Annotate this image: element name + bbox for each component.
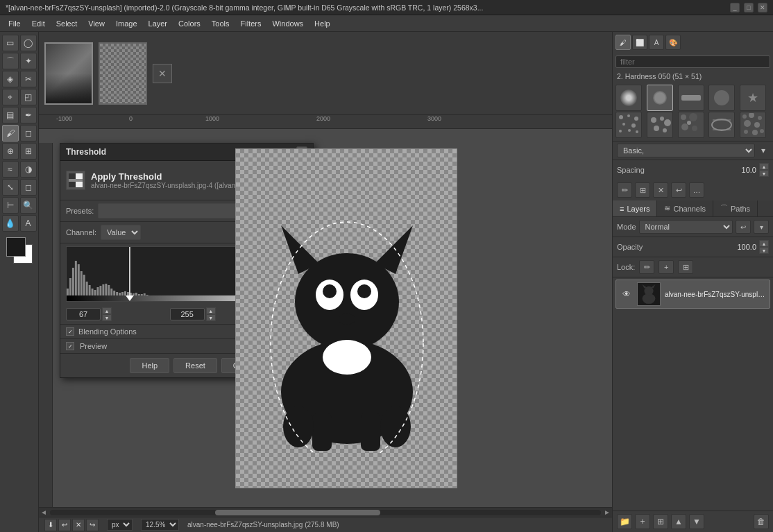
menu-image[interactable]: Image [110, 18, 143, 29]
perspective-tool[interactable]: ◻ [20, 179, 37, 196]
brush-type-icon-1[interactable]: 🖌 [615, 35, 631, 50]
menu-edit[interactable]: Edit [26, 18, 51, 29]
brush-duplicate-button[interactable]: ⊞ [635, 182, 650, 198]
brush-edit-button[interactable]: ✏ [617, 182, 632, 198]
delete-layer-button[interactable]: 🗑 [754, 514, 769, 529]
gradient-tool[interactable]: ▤ [2, 107, 19, 123]
high-value-down[interactable]: ▼ [206, 314, 216, 321]
help-button[interactable]: Help [130, 358, 169, 373]
brush-more-button[interactable]: … [689, 182, 704, 198]
maximize-button[interactable]: □ [744, 3, 754, 12]
opacity-up[interactable]: ▲ [759, 240, 769, 247]
brush-cell-2[interactable] [647, 85, 673, 111]
status-icon-3[interactable]: ✕ [72, 519, 85, 531]
preview-thumb-1[interactable] [44, 42, 93, 105]
brush-cell-6[interactable] [615, 112, 642, 138]
menu-filters[interactable]: Filters [235, 18, 267, 29]
status-icon-2[interactable]: ↩ [58, 519, 71, 531]
pencil-tool[interactable]: ✒ [20, 107, 37, 123]
menu-tools[interactable]: Tools [206, 18, 235, 29]
lasso-tool[interactable]: ⌒ [2, 53, 19, 69]
preview-thumb-2[interactable] [99, 42, 147, 105]
paths-tab[interactable]: ⌒ Paths [713, 200, 758, 216]
blending-checkbox[interactable]: ✓ [66, 327, 74, 336]
channels-tab[interactable]: ≋ Channels [657, 200, 713, 216]
brush-type-icon-3[interactable]: A [649, 35, 664, 50]
lock-alpha-button[interactable]: ⊞ [678, 260, 693, 274]
paths-tool[interactable]: ⌖ [2, 89, 19, 105]
brush-delete-button[interactable]: ✕ [653, 182, 668, 198]
menu-windows[interactable]: Windows [266, 18, 309, 29]
layer-down-button[interactable]: ▼ [689, 514, 704, 529]
eraser-tool[interactable]: ◻ [20, 125, 37, 141]
reset-button[interactable]: Reset [173, 358, 217, 373]
preview-checkbox[interactable]: ✓ [66, 342, 74, 350]
menu-help[interactable]: Help [309, 18, 336, 29]
mode-more-button[interactable]: ▾ [754, 220, 769, 234]
low-value-down[interactable]: ▼ [102, 314, 112, 321]
spacing-up[interactable]: ▲ [759, 163, 769, 170]
lock-position-button[interactable]: + [659, 260, 674, 274]
layer-up-button[interactable]: ▲ [671, 514, 686, 529]
smudge-tool[interactable]: ≈ [2, 161, 19, 178]
close-preview-icon[interactable]: ✕ [153, 64, 172, 83]
transform-tool[interactable]: ⤡ [2, 179, 19, 196]
layer-visibility-toggle[interactable]: 👁 [620, 288, 633, 300]
menu-select[interactable]: Select [51, 18, 83, 29]
brush-cell-3[interactable] [678, 85, 704, 111]
mode-select[interactable]: Normal [639, 220, 733, 234]
spacing-down[interactable]: ▼ [759, 170, 769, 177]
canvas-scroll-area[interactable]: Threshold ✕ [53, 129, 612, 507]
scroll-left-arrow[interactable]: ◄ [40, 508, 47, 516]
brush-cell-1[interactable] [615, 85, 642, 111]
minimize-button[interactable]: _ [730, 3, 740, 12]
zoom-level-select[interactable]: 12.5% [141, 519, 179, 531]
horizontal-scrollbar[interactable]: ◄ ► [39, 507, 612, 517]
brush-type-icon-4[interactable]: 🎨 [665, 35, 681, 50]
low-value-up[interactable]: ▲ [102, 307, 112, 314]
brush-cell-4[interactable] [708, 85, 735, 111]
zoom-unit-select[interactable]: px [107, 519, 133, 531]
brush-cell-8[interactable] [678, 112, 704, 138]
status-icon-1[interactable]: ⬇ [44, 519, 57, 531]
measure-tool[interactable]: ⊢ [2, 197, 19, 214]
low-value-input[interactable]: 67 [66, 308, 101, 320]
preset-select[interactable]: Basic, [617, 144, 755, 157]
image-canvas[interactable] [235, 148, 457, 488]
brush-type-icon-2[interactable]: ⬜ [632, 35, 647, 50]
layers-tab[interactable]: ≡ Layers [613, 200, 657, 216]
high-value-input[interactable]: 255 [170, 308, 205, 320]
fuzzy-select-tool[interactable]: ✦ [20, 53, 37, 69]
scrollbar-track[interactable] [50, 510, 601, 515]
status-icon-4[interactable]: ↪ [86, 519, 99, 531]
new-layer-group-button[interactable]: 📁 [617, 514, 632, 529]
heal-tool[interactable]: ⊕ [2, 143, 19, 160]
brush-cell-9[interactable] [708, 112, 735, 138]
scrollbar-thumb[interactable] [215, 510, 380, 515]
text-tool[interactable]: A [20, 215, 37, 232]
preset-expand-icon[interactable]: ▾ [758, 145, 769, 156]
foreground-color[interactable] [6, 237, 26, 257]
dodge-burn-tool[interactable]: ◑ [20, 161, 37, 178]
new-layer-button[interactable]: + [635, 514, 650, 529]
color-picker-tool[interactable]: 💧 [2, 215, 19, 232]
paintbrush-tool[interactable]: 🖌 [2, 125, 19, 141]
menu-view[interactable]: View [83, 18, 110, 29]
menu-colors[interactable]: Colors [173, 18, 206, 29]
duplicate-layer-button[interactable]: ⊞ [653, 514, 668, 529]
lock-pixels-button[interactable]: ✏ [639, 260, 654, 274]
channel-select[interactable]: Value [101, 225, 141, 240]
brush-refresh-button[interactable]: ↩ [671, 182, 686, 198]
preview-label[interactable]: Preview [80, 342, 107, 350]
brush-cell-5[interactable]: ★ [740, 85, 766, 111]
scroll-right-arrow[interactable]: ► [604, 508, 611, 516]
rect-select-tool[interactable]: ▭ [2, 35, 19, 51]
menu-layer[interactable]: Layer [143, 18, 173, 29]
blending-label[interactable]: Blending Options [78, 327, 137, 336]
paint-bucket-tool[interactable]: ◰ [20, 89, 37, 105]
mode-reset-button[interactable]: ↩ [736, 220, 751, 234]
brush-cell-10[interactable] [740, 112, 766, 138]
opacity-down[interactable]: ▼ [759, 247, 769, 254]
brush-filter-input[interactable] [615, 55, 770, 68]
high-value-up[interactable]: ▲ [206, 307, 216, 314]
